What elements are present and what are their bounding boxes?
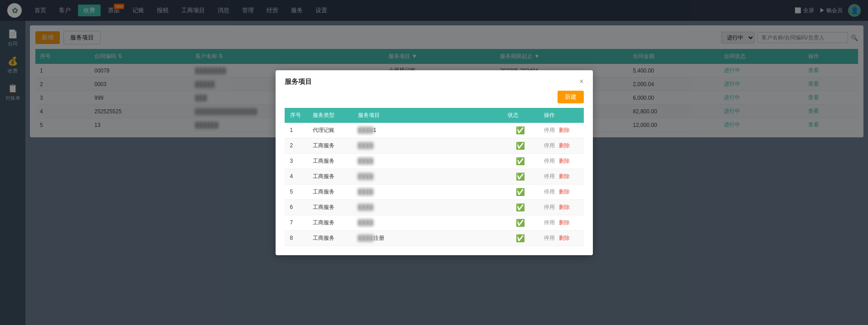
modal-overlay[interactable]: 服务项目 × 新建 序号 服务类型 服务项目 状态 操作 (0, 0, 868, 325)
stop-button[interactable]: 停用 (544, 219, 555, 226)
list-item: 4 工商服务 ████ ✅ 停用 删除 (285, 169, 584, 184)
stop-button[interactable]: 停用 (544, 173, 555, 179)
mrow-no: 5 (285, 184, 307, 199)
mth-type: 服务类型 (307, 108, 353, 123)
mrow-type: 工商服务 (307, 138, 353, 153)
stop-button[interactable]: 停用 (544, 189, 555, 195)
service-items-table: 序号 服务类型 服务项目 状态 操作 1 代理记账 ████1 ✅ 停用 (285, 108, 584, 246)
mrow-op: 停用 删除 (538, 169, 584, 184)
list-item: 7 工商服务 ████ ✅ 停用 删除 (285, 215, 584, 230)
mrow-type: 工商服务 (307, 169, 353, 184)
mrow-item: ████ (353, 169, 502, 184)
mrow-item: ████ (353, 153, 502, 169)
stop-button[interactable]: 停用 (544, 127, 555, 133)
mrow-status: ✅ (502, 199, 538, 215)
mrow-op: 停用 删除 (538, 199, 584, 215)
delete-button[interactable]: 删除 (559, 127, 570, 133)
mrow-status: ✅ (502, 215, 538, 230)
mrow-no: 6 (285, 199, 307, 215)
mrow-type: 工商服务 (307, 230, 353, 246)
delete-button[interactable]: 删除 (559, 219, 570, 226)
mrow-op: 停用 删除 (538, 230, 584, 246)
list-item: 1 代理记账 ████1 ✅ 停用 删除 (285, 123, 584, 138)
modal-new-button[interactable]: 新建 (558, 91, 584, 103)
mrow-status: ✅ (502, 153, 538, 169)
mrow-type: 代理记账 (307, 123, 353, 138)
mrow-status: ✅ (502, 169, 538, 184)
mrow-op: 停用 删除 (538, 153, 584, 169)
mrow-item: ████ (353, 215, 502, 230)
delete-button[interactable]: 删除 (559, 204, 570, 210)
delete-button[interactable]: 删除 (559, 142, 570, 149)
mth-item: 服务项目 (353, 108, 502, 123)
service-items-modal: 服务项目 × 新建 序号 服务类型 服务项目 状态 操作 (276, 70, 593, 255)
mrow-type: 工商服务 (307, 215, 353, 230)
mth-status: 状态 (502, 108, 538, 123)
mrow-type: 工商服务 (307, 153, 353, 169)
stop-button[interactable]: 停用 (544, 158, 555, 164)
mrow-no: 3 (285, 153, 307, 169)
mrow-op: 停用 删除 (538, 138, 584, 153)
modal-close-button[interactable]: × (579, 78, 583, 86)
mrow-op: 停用 删除 (538, 215, 584, 230)
modal-toolbar: 新建 (276, 86, 593, 108)
mrow-status: ✅ (502, 184, 538, 199)
modal-title: 服务项目 (285, 78, 312, 86)
service-items-table-body: 1 代理记账 ████1 ✅ 停用 删除 2 工商服务 ████ ✅ (285, 123, 584, 246)
stop-button[interactable]: 停用 (544, 204, 555, 210)
mrow-op: 停用 删除 (538, 123, 584, 138)
mth-op: 操作 (538, 108, 584, 123)
modal-body: 序号 服务类型 服务项目 状态 操作 1 代理记账 ████1 ✅ 停用 (276, 108, 593, 255)
mrow-no: 7 (285, 215, 307, 230)
stop-button[interactable]: 停用 (544, 235, 555, 241)
delete-button[interactable]: 删除 (559, 173, 570, 179)
service-items-table-header: 序号 服务类型 服务项目 状态 操作 (285, 108, 584, 123)
modal-header: 服务项目 × (276, 70, 593, 86)
list-item: 2 工商服务 ████ ✅ 停用 删除 (285, 138, 584, 153)
delete-button[interactable]: 删除 (559, 235, 570, 241)
mrow-no: 2 (285, 138, 307, 153)
mrow-no: 8 (285, 230, 307, 246)
mrow-item: ████注册 (353, 230, 502, 246)
mth-no: 序号 (285, 108, 307, 123)
delete-button[interactable]: 删除 (559, 158, 570, 164)
list-item: 6 工商服务 ████ ✅ 停用 删除 (285, 199, 584, 215)
delete-button[interactable]: 删除 (559, 189, 570, 195)
mrow-op: 停用 删除 (538, 184, 584, 199)
mrow-status: ✅ (502, 123, 538, 138)
mrow-status: ✅ (502, 230, 538, 246)
mrow-item: ████ (353, 199, 502, 215)
mrow-item: ████1 (353, 123, 502, 138)
mrow-type: 工商服务 (307, 184, 353, 199)
mrow-item: ████ (353, 184, 502, 199)
mrow-type: 工商服务 (307, 199, 353, 215)
mrow-item: ████ (353, 138, 502, 153)
list-item: 5 工商服务 ████ ✅ 停用 删除 (285, 184, 584, 199)
stop-button[interactable]: 停用 (544, 142, 555, 149)
mrow-no: 4 (285, 169, 307, 184)
mrow-status: ✅ (502, 138, 538, 153)
list-item: 8 工商服务 ████注册 ✅ 停用 删除 (285, 230, 584, 246)
list-item: 3 工商服务 ████ ✅ 停用 删除 (285, 153, 584, 169)
mrow-no: 1 (285, 123, 307, 138)
